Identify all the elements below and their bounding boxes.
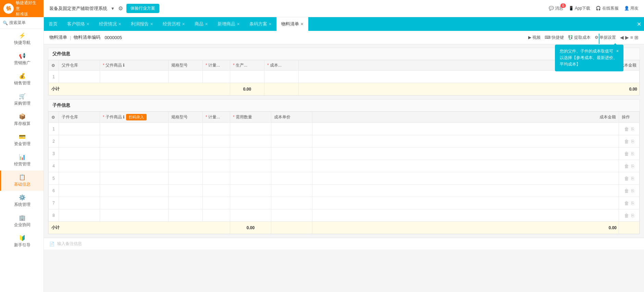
- child-spec-8[interactable]: [169, 209, 203, 222]
- child-spec-3[interactable]: [169, 148, 203, 160]
- child-warehouse-2[interactable]: [59, 135, 100, 148]
- child-unit-7[interactable]: [203, 197, 230, 209]
- copy-icon-5[interactable]: ⎘: [631, 176, 634, 181]
- child-spec-5[interactable]: [169, 172, 203, 185]
- child-unit-price-2[interactable]: [271, 135, 312, 148]
- delete-icon-6[interactable]: 🗑: [624, 188, 629, 194]
- copy-icon-3[interactable]: ⎘: [631, 151, 634, 156]
- child-warehouse-8[interactable]: [59, 209, 100, 222]
- delete-icon-8[interactable]: 🗑: [624, 213, 629, 218]
- delete-icon-7[interactable]: 🗑: [624, 200, 629, 206]
- delete-icon-4[interactable]: 🗑: [624, 163, 629, 169]
- child-goods-1[interactable]: [100, 123, 169, 135]
- parent-cell-spec[interactable]: [169, 71, 203, 83]
- parent-cell-goods[interactable]: [100, 71, 169, 83]
- online-service[interactable]: 🎧 在线客服: [596, 5, 618, 11]
- search-menu[interactable]: 🔍 搜索菜单: [0, 17, 44, 29]
- sidebar-item-operation[interactable]: 📊 经营管理: [0, 150, 44, 171]
- tab-close-icon[interactable]: ✕: [150, 22, 153, 26]
- child-unit-price-1[interactable]: [271, 123, 312, 135]
- sidebar-item-basic-info[interactable]: 📋 基础信息: [0, 171, 44, 191]
- sidebar-item-guide[interactable]: 🔰 新手引导: [0, 231, 44, 252]
- tab-profit[interactable]: 利润报告 ✕: [126, 17, 158, 31]
- copy-icon-6[interactable]: ⎘: [631, 188, 634, 194]
- sidebar-item-quick-nav[interactable]: ⚡ 快捷导航: [0, 29, 44, 49]
- tab-close-icon[interactable]: ✕: [237, 22, 240, 26]
- child-qty-2[interactable]: [230, 135, 271, 148]
- child-qty-1[interactable]: [230, 123, 271, 135]
- expand-btn[interactable]: ⊞: [634, 35, 639, 40]
- child-unit-6[interactable]: [203, 185, 230, 197]
- sidebar-item-sales[interactable]: 💰 销售管理: [0, 69, 44, 90]
- trial-button[interactable]: 体验行业方案: [126, 4, 159, 13]
- tab-customer[interactable]: 客户联络 ✕: [62, 17, 94, 31]
- system-dropdown[interactable]: ▼: [111, 6, 115, 11]
- sidebar-item-finance[interactable]: 💳 资金管理: [0, 130, 44, 150]
- child-warehouse-4[interactable]: [59, 160, 100, 172]
- child-goods-2[interactable]: [100, 135, 169, 148]
- tab-history[interactable]: 经营历程 ✕: [158, 17, 190, 31]
- child-unit-5[interactable]: [203, 172, 230, 185]
- tab-close-icon[interactable]: ✕: [269, 22, 272, 26]
- child-goods-7[interactable]: [100, 197, 169, 209]
- parent-cell-production[interactable]: [230, 71, 264, 83]
- child-warehouse-5[interactable]: [59, 172, 100, 185]
- list-view-btn[interactable]: ≡: [630, 35, 633, 40]
- tab-close-icon[interactable]: ✕: [86, 22, 89, 26]
- tab-close-icon[interactable]: ✕: [182, 22, 185, 26]
- child-goods-5[interactable]: [100, 172, 169, 185]
- child-unit-price-6[interactable]: [271, 185, 312, 197]
- child-unit-price-4[interactable]: [271, 160, 312, 172]
- tab-home[interactable]: 首页: [44, 17, 62, 31]
- child-spec-6[interactable]: [169, 185, 203, 197]
- parent-cell-cost[interactable]: [264, 71, 299, 83]
- child-spec-7[interactable]: [169, 197, 203, 209]
- child-qty-8[interactable]: [230, 209, 271, 222]
- child-unit-price-7[interactable]: [271, 197, 312, 209]
- child-unit-8[interactable]: [203, 209, 230, 222]
- child-warehouse-1[interactable]: [59, 123, 100, 135]
- child-qty-7[interactable]: [230, 197, 271, 209]
- copy-icon-2[interactable]: ⎘: [631, 139, 634, 144]
- child-goods-4[interactable]: [100, 160, 169, 172]
- tab-close-all-icon[interactable]: ✕: [637, 21, 641, 27]
- child-warehouse-7[interactable]: [59, 197, 100, 209]
- tab-close-icon[interactable]: ✕: [205, 22, 208, 26]
- child-unit-1[interactable]: [203, 123, 230, 135]
- sidebar-item-enterprise[interactable]: 🏢 企业协同: [0, 211, 44, 231]
- scan-button[interactable]: 扫码录入: [126, 114, 147, 120]
- child-goods-8[interactable]: [100, 209, 169, 222]
- delete-icon-3[interactable]: 🗑: [624, 151, 629, 156]
- child-unit-3[interactable]: [203, 148, 230, 160]
- parent-cell-warehouse[interactable]: [59, 71, 100, 83]
- child-goods-3[interactable]: [100, 148, 169, 160]
- copy-icon-8[interactable]: ⎘: [631, 213, 634, 218]
- copy-icon-1[interactable]: ⎘: [631, 126, 634, 132]
- child-unit-4[interactable]: [203, 160, 230, 172]
- extract-cost-btn[interactable]: 💱 提取成本: [568, 35, 591, 40]
- sidebar-item-purchase[interactable]: 🛒 采购管理: [0, 90, 44, 110]
- child-col-settings[interactable]: ⚙: [49, 112, 59, 123]
- breadcrumb-bom[interactable]: 物料清单: [49, 34, 67, 40]
- child-spec-2[interactable]: [169, 135, 203, 148]
- child-goods-6[interactable]: [100, 185, 169, 197]
- child-qty-4[interactable]: [230, 160, 271, 172]
- parent-cell-unit[interactable]: [203, 71, 230, 83]
- tab-new-goods[interactable]: 新增商品 ✕: [213, 17, 245, 31]
- user-avatar[interactable]: 👤 用友: [624, 5, 639, 11]
- message-button[interactable]: 💬 消息 6: [549, 5, 563, 11]
- child-qty-6[interactable]: [230, 185, 271, 197]
- child-warehouse-6[interactable]: [59, 185, 100, 197]
- child-qty-3[interactable]: [230, 148, 271, 160]
- parent-col-settings[interactable]: ⚙: [49, 60, 59, 71]
- add-remark-label[interactable]: 输入备注信息: [57, 241, 82, 247]
- delete-icon-1[interactable]: 🗑: [624, 126, 629, 132]
- copy-icon-7[interactable]: ⎘: [631, 200, 634, 206]
- sidebar-item-system[interactable]: ⚙️ 系统管理: [0, 191, 44, 211]
- copy-icon-4[interactable]: ⎘: [631, 163, 634, 169]
- tab-close-icon[interactable]: ✕: [118, 22, 121, 26]
- child-unit-2[interactable]: [203, 135, 230, 148]
- child-unit-price-8[interactable]: [271, 209, 312, 222]
- view-btn[interactable]: ▶ 视频: [528, 35, 541, 40]
- child-warehouse-3[interactable]: [59, 148, 100, 160]
